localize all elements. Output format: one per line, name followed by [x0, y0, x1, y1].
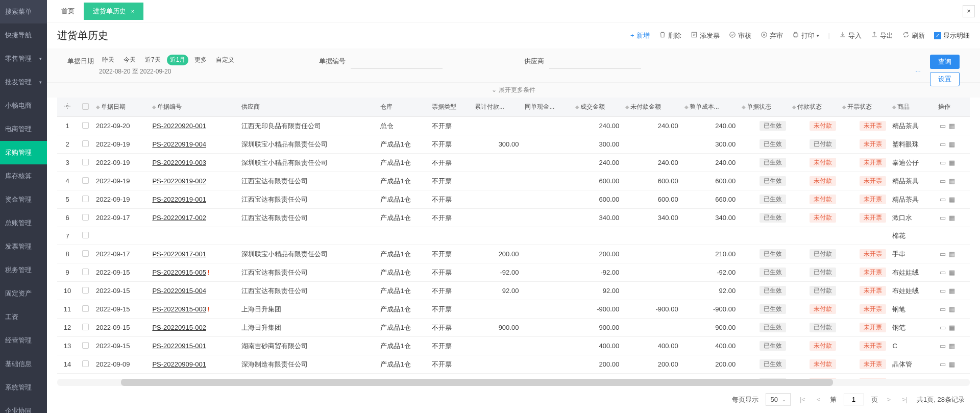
row-checkbox[interactable] [82, 269, 89, 275]
table-row[interactable]: 92022-09-15PS-20220915-005!江西宝达有限责任公司产成品… [57, 263, 970, 282]
row-checkbox[interactable] [82, 122, 89, 129]
doc-link[interactable]: PS-20220915-001 [152, 342, 206, 350]
doc-link[interactable]: PS-20220919-002 [152, 177, 206, 185]
view-icon[interactable]: ▭ [940, 122, 946, 130]
grid-icon[interactable]: ▦ [949, 122, 955, 130]
column-header[interactable]: ◆未付款金额 [622, 98, 681, 117]
grid-icon[interactable]: ▦ [949, 324, 955, 331]
table-row[interactable]: 42022-09-19PS-20220919-002江西宝达有限责任公司产成品1… [57, 172, 970, 190]
audit-button[interactable]: 审核 [729, 31, 751, 40]
table-row[interactable]: 122022-09-15PS-20220915-002上海日升集团产成品1仓不开… [57, 319, 970, 337]
close-icon[interactable]: × [131, 8, 134, 14]
sidebar-item[interactable]: 固定资产 [0, 282, 47, 305]
table-row[interactable]: 82022-09-17PS-20220917-001深圳联宝小精品有限责任公司产… [57, 245, 970, 263]
row-checkbox[interactable] [82, 305, 89, 312]
column-header[interactable]: 票据类型 [429, 98, 472, 117]
grid-icon[interactable]: ▦ [949, 360, 955, 368]
column-header[interactable]: ◆商品 [889, 98, 935, 117]
sidebar-item[interactable]: 税务管理 [0, 258, 47, 282]
detail-checkbox[interactable]: ✓显示明细 [934, 31, 970, 40]
view-icon[interactable]: ▭ [940, 305, 946, 313]
row-checkbox[interactable] [82, 214, 89, 221]
doc-link[interactable]: PS-20220915-002 [152, 324, 206, 331]
date-shortcut[interactable]: 近1月 [167, 55, 189, 65]
grid-icon[interactable]: ▦ [949, 269, 955, 276]
doc-link[interactable]: PS-20220919-003 [152, 159, 206, 166]
row-checkbox[interactable] [82, 342, 89, 349]
row-checkbox[interactable] [82, 196, 89, 202]
doc-link[interactable]: PS-20220915-004 [152, 287, 206, 295]
sidebar-item[interactable]: 资金管理 [0, 188, 47, 211]
sidebar-item[interactable]: 采购管理 [0, 141, 47, 164]
invoice-button[interactable]: 添发票 [691, 31, 720, 40]
view-icon[interactable]: ▭ [940, 214, 946, 222]
grid-icon[interactable]: ▦ [949, 250, 955, 258]
view-icon[interactable]: ▭ [940, 177, 946, 185]
discard-button[interactable]: 弃审 [761, 31, 783, 40]
table-row[interactable]: 132022-09-15PS-20220915-001湖南吉砂商贸有限公司产成品… [57, 337, 970, 355]
grid-icon[interactable]: ▦ [949, 214, 955, 222]
column-header[interactable] [57, 98, 78, 117]
column-header[interactable]: 操作 [935, 98, 970, 117]
column-header[interactable]: ◆付款状态 [789, 98, 839, 117]
query-button[interactable]: 查询 [930, 55, 960, 69]
doc-link[interactable]: PS-20220917-001 [152, 250, 206, 258]
first-page-button[interactable]: |< [798, 396, 807, 403]
view-icon[interactable]: ▭ [940, 140, 946, 148]
column-header[interactable]: ◆开票状态 [839, 98, 889, 117]
horizontal-scrollbar[interactable] [57, 379, 970, 386]
tabs-close-all[interactable]: × [963, 5, 975, 17]
import-button[interactable]: 导入 [839, 31, 862, 40]
sidebar-item[interactable]: 库存核算 [0, 164, 47, 188]
grid-icon[interactable]: ▦ [949, 287, 955, 295]
column-header[interactable]: 仓库 [377, 98, 428, 117]
prev-page-button[interactable]: < [815, 396, 823, 403]
column-header[interactable]: ◆单据日期 [93, 98, 149, 117]
select-all-checkbox[interactable] [82, 103, 89, 110]
view-icon[interactable]: ▭ [940, 159, 946, 166]
table-row[interactable]: 52022-09-19PS-20220919-001江西宝达有限责任公司产成品1… [57, 190, 970, 209]
print-button[interactable]: 打印▾ [792, 31, 819, 40]
refresh-button[interactable]: 刷新 [902, 31, 925, 40]
date-shortcut[interactable]: 近7天 [142, 55, 164, 65]
sidebar-item[interactable]: 电商管理 [0, 117, 47, 141]
sidebar-item[interactable]: 零售管理▾ [0, 47, 47, 70]
column-header[interactable]: ◆单据编号 [149, 98, 238, 117]
column-header[interactable]: 同单现金... [522, 98, 572, 117]
view-icon[interactable]: ▭ [940, 360, 946, 368]
column-header[interactable]: ◆单据状态 [739, 98, 789, 117]
row-checkbox[interactable] [82, 324, 89, 330]
table-row[interactable]: 12022-09-20PS-20220920-001江西无印良品有限责任公司总仓… [57, 117, 970, 135]
view-icon[interactable]: ▭ [940, 269, 946, 276]
delete-button[interactable]: 删除 [659, 31, 681, 40]
docno-input[interactable] [351, 55, 443, 69]
doc-link[interactable]: PS-20220917-002 [152, 214, 206, 222]
row-checkbox[interactable] [82, 140, 89, 147]
setting-button[interactable]: 设置 [930, 72, 960, 86]
grid-icon[interactable]: ▦ [949, 177, 955, 185]
add-button[interactable]: +新增 [630, 31, 650, 40]
tab-history[interactable]: 进货单历史 × [84, 3, 143, 20]
column-header[interactable]: 供应商 [238, 98, 378, 117]
page-size-select[interactable]: 50⌄ [766, 393, 790, 406]
gear-icon[interactable] [64, 103, 71, 110]
table-row[interactable]: 22022-09-19PS-20220919-004深圳联宝小精品有限责任公司产… [57, 135, 970, 154]
tab-home[interactable]: 首页 [52, 3, 84, 20]
table-row[interactable]: 62022-09-17PS-20220917-002江西宝达有限责任公司产成品1… [57, 209, 970, 227]
next-page-button[interactable]: > [885, 396, 893, 403]
supplier-input[interactable] [549, 55, 641, 69]
column-header[interactable]: ◆成交金额 [572, 98, 622, 117]
doc-link[interactable]: PS-20220919-004 [152, 140, 206, 148]
view-icon[interactable]: ▭ [940, 342, 946, 350]
grid-icon[interactable]: ▦ [949, 196, 955, 203]
column-header[interactable]: ◆整单成本... [681, 98, 739, 117]
table-row[interactable]: 152022-09-08PS-20220908-006江西真可爱布娃娃有限责任公… [57, 374, 970, 379]
doc-link[interactable]: PS-20220909-001 [152, 360, 206, 368]
view-icon[interactable]: ▭ [940, 250, 946, 258]
sidebar-item[interactable]: 快捷导航 [0, 23, 47, 47]
table-row[interactable]: 32022-09-19PS-20220919-003深圳联宝小精品有限责任公司产… [57, 154, 970, 172]
grid-icon[interactable]: ▦ [949, 305, 955, 313]
table-row[interactable]: 7棉花 [57, 227, 970, 245]
sidebar-item[interactable]: 总账管理 [0, 211, 47, 235]
date-shortcut[interactable]: 今天 [120, 55, 139, 65]
